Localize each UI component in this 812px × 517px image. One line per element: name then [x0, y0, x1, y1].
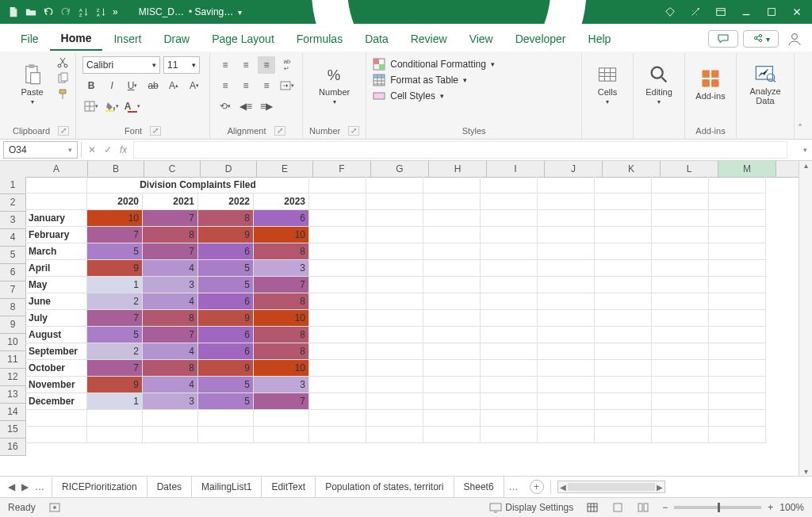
cell[interactable]	[254, 410, 309, 427]
cell[interactable]	[709, 193, 766, 210]
diamond-icon[interactable]	[665, 6, 676, 17]
cell[interactable]	[366, 393, 423, 410]
cell[interactable]	[481, 327, 538, 343]
cell[interactable]	[481, 260, 538, 277]
cell[interactable]: 8	[254, 327, 309, 343]
col-header-L[interactable]: L	[661, 161, 718, 177]
cell[interactable]	[595, 427, 652, 443]
cut-icon[interactable]	[56, 56, 69, 69]
cell[interactable]: 8	[143, 360, 198, 377]
cell[interactable]	[709, 293, 766, 310]
cell[interactable]	[595, 377, 652, 393]
cell[interactable]	[309, 177, 366, 193]
cell[interactable]: 2021	[143, 193, 198, 210]
shrink-font-button[interactable]: A▾	[186, 77, 203, 94]
cell[interactable]	[538, 177, 595, 193]
cell[interactable]: 7	[143, 327, 198, 343]
cell[interactable]	[538, 393, 595, 410]
cell[interactable]	[709, 343, 766, 360]
cell[interactable]	[595, 193, 652, 210]
cell[interactable]	[143, 427, 198, 443]
cell[interactable]	[595, 260, 652, 277]
row-header[interactable]: 14	[0, 404, 25, 421]
cell[interactable]	[309, 343, 366, 360]
cell[interactable]	[423, 177, 481, 193]
format-painter-icon[interactable]	[56, 88, 69, 101]
cell[interactable]	[481, 243, 538, 260]
qat-overflow[interactable]: »	[113, 6, 118, 17]
cell[interactable]: 7	[254, 277, 309, 293]
align-left-icon[interactable]: ≡	[216, 77, 234, 94]
row-header[interactable]: 16	[0, 438, 25, 456]
cell[interactable]	[595, 293, 652, 310]
cell[interactable]: 5	[87, 327, 143, 343]
tab-data[interactable]: Data	[354, 28, 400, 50]
cell[interactable]	[366, 260, 423, 277]
cell[interactable]: 7	[254, 393, 309, 410]
cell[interactable]: 8	[254, 243, 309, 260]
cell[interactable]	[481, 377, 538, 393]
align-middle-icon[interactable]: ≡	[237, 56, 255, 74]
cell[interactable]: February	[25, 227, 87, 243]
col-header-H[interactable]: H	[429, 161, 487, 177]
cell[interactable]: 8	[254, 293, 309, 310]
cell[interactable]	[366, 410, 423, 427]
cell[interactable]	[481, 210, 538, 227]
cell[interactable]	[538, 327, 595, 343]
row-header[interactable]: 11	[0, 351, 25, 369]
cell[interactable]	[652, 243, 709, 260]
new-file-icon[interactable]	[8, 6, 19, 17]
dialog-launcher-icon[interactable]: ⤢	[58, 126, 69, 136]
minimize-icon[interactable]	[741, 6, 752, 17]
row-header[interactable]: 7	[0, 281, 25, 299]
cell[interactable]: 9	[198, 227, 254, 243]
cell[interactable]: 5	[198, 277, 254, 293]
sheet-tab[interactable]: Population of states, territori	[315, 477, 454, 497]
cell[interactable]	[481, 360, 538, 377]
cell[interactable]	[423, 227, 481, 243]
col-header-C[interactable]: C	[144, 161, 201, 177]
cells-button[interactable]: Cells▾	[588, 56, 626, 112]
cell[interactable]	[423, 310, 481, 327]
editing-button[interactable]: Editing▾	[640, 56, 678, 112]
cell[interactable]	[652, 327, 709, 343]
cell[interactable]	[709, 410, 766, 427]
bold-button[interactable]: B	[82, 77, 100, 94]
col-header-J[interactable]: J	[545, 161, 603, 177]
row-header[interactable]: 6	[0, 264, 25, 281]
cell[interactable]: 7	[143, 243, 198, 260]
cell[interactable]	[652, 393, 709, 410]
cell[interactable]: 6	[198, 243, 254, 260]
cell[interactable]: 4	[143, 260, 198, 277]
cell[interactable]	[481, 310, 538, 327]
tab-draw[interactable]: Draw	[152, 28, 201, 50]
cell[interactable]	[366, 210, 423, 227]
cell[interactable]: November	[25, 377, 87, 393]
tab-page-layout[interactable]: Page Layout	[201, 28, 285, 50]
cell[interactable]: July	[25, 310, 87, 327]
cancel-formula-icon[interactable]: ✕	[88, 144, 96, 155]
row-header[interactable]: 12	[0, 369, 25, 386]
cell[interactable]: 7	[87, 227, 143, 243]
cell[interactable]	[481, 277, 538, 293]
row-header[interactable]: 5	[0, 247, 25, 264]
tab-home[interactable]: Home	[50, 27, 103, 51]
formula-input[interactable]	[133, 141, 787, 159]
cell[interactable]	[25, 177, 87, 193]
cell[interactable]	[309, 410, 366, 427]
cell[interactable]: Division Complaints Filed	[87, 177, 309, 193]
col-header-K[interactable]: K	[603, 161, 661, 177]
cell[interactable]	[423, 260, 481, 277]
cell[interactable]: 1	[87, 393, 143, 410]
cell[interactable]: 1	[87, 277, 143, 293]
horizontal-scrollbar[interactable]: ◀▶	[557, 481, 665, 493]
row-header[interactable]: 2	[0, 194, 25, 212]
cell[interactable]	[538, 227, 595, 243]
increase-indent-icon[interactable]: ≡▶	[258, 98, 275, 115]
cell[interactable]	[366, 277, 423, 293]
cell[interactable]: 4	[143, 343, 198, 360]
cell[interactable]	[25, 427, 87, 443]
cell[interactable]	[254, 427, 309, 443]
cell[interactable]	[481, 293, 538, 310]
cell[interactable]: 5	[87, 243, 143, 260]
